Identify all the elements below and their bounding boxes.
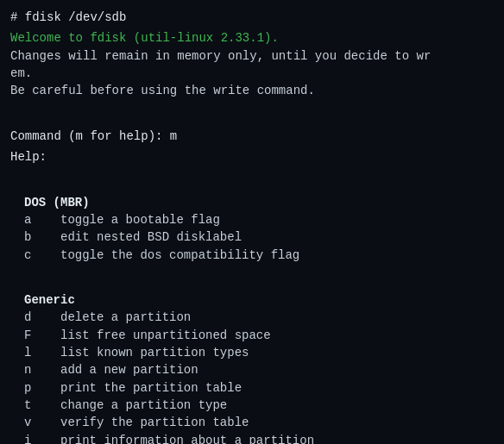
blank-line-2 — [10, 169, 494, 186]
gen-cmd-n: n add a new partition — [24, 361, 494, 378]
changes-line-2: em. — [10, 65, 494, 82]
help-label: Help: — [10, 148, 494, 166]
dos-cmd-a: a toggle a bootable flag — [24, 211, 494, 228]
dos-cmd-c: c toggle the dos compatibility flag — [24, 247, 494, 264]
careful-line: Be careful before using the write comman… — [10, 82, 494, 99]
gen-cmd-t: t change a partition type — [24, 397, 494, 414]
gen-cmd-l: l list known partition types — [24, 344, 494, 361]
gen-cmd-d: d delete a partition — [24, 309, 494, 326]
welcome-line: Welcome to fdisk (util-linux 2.33.1). — [10, 29, 494, 47]
command-line: # fdisk /dev/sdb — [10, 9, 494, 26]
terminal-window: # fdisk /dev/sdb Welcome to fdisk (util-… — [0, 0, 504, 444]
dos-header: DOS (MBR) — [24, 194, 494, 211]
gen-cmd-f: F list free unpartitioned space — [24, 327, 494, 344]
generic-header: Generic — [24, 291, 494, 309]
changes-line-1: Changes will remain in memory only, unti… — [10, 47, 494, 65]
dos-cmd-b: b edit nested BSD disklabel — [24, 228, 494, 246]
blank-line-3 — [10, 267, 494, 285]
blank-line — [10, 104, 494, 122]
gen-cmd-i: i print information about a partition — [24, 432, 494, 444]
prompt-line: Command (m for help): m — [10, 128, 494, 145]
gen-cmd-p: p print the partition table — [24, 379, 494, 397]
gen-cmd-v: v verify the partition table — [24, 414, 494, 431]
